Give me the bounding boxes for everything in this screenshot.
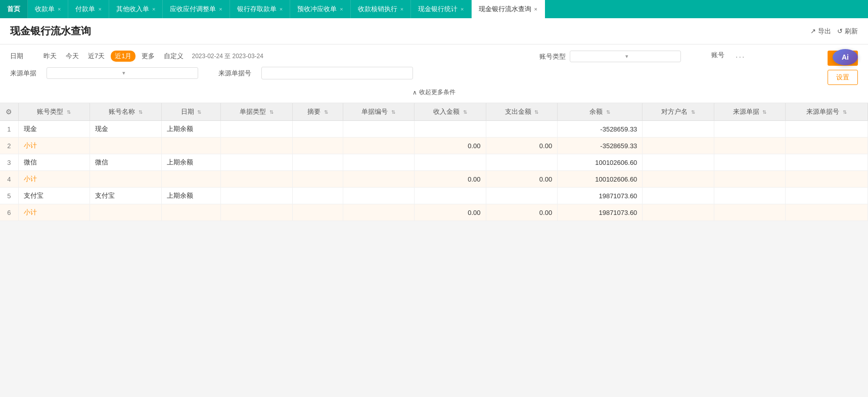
date-option-yesterday[interactable]: 昨天 (40, 51, 60, 62)
nav-label-flow-query: 现金银行流水查询 (479, 5, 531, 14)
ai-badge-label: Ai (842, 53, 849, 61)
date-option-1month[interactable]: 近1月 (111, 51, 135, 62)
cell-summary (293, 188, 343, 204)
date-option-7days[interactable]: 近7天 (85, 51, 108, 62)
cell-summary (293, 171, 343, 188)
nav-item-home[interactable]: 首页 (0, 0, 28, 18)
date-option-more[interactable]: 更多 (139, 51, 158, 62)
nav-item-other-income[interactable]: 其他收入单 × (109, 0, 163, 18)
cell-source-doc-no (786, 121, 868, 138)
col-doc-type[interactable]: 单据类型 ⇅ (221, 103, 293, 121)
col-gear[interactable]: ⚙ (0, 103, 18, 121)
cell-account-name (90, 171, 162, 188)
date-option-today[interactable]: 今天 (63, 51, 82, 62)
cell-balance: 100102606.60 (558, 171, 643, 188)
nav-label-prepaid: 预收冲应收单 (297, 5, 337, 14)
col-income-label: 收入金额 (433, 108, 460, 115)
col-account-name[interactable]: 账号名称 ⇅ (90, 103, 162, 121)
nav-item-stats[interactable]: 现金银行统计 × (411, 0, 471, 18)
refresh-icon: ↺ (837, 27, 843, 35)
table-row[interactable]: 3微信微信上期余额100102606.60 (0, 154, 868, 171)
col-date[interactable]: 日期 ⇅ (161, 103, 221, 121)
cell-source-doc-no (786, 154, 868, 171)
col-expense[interactable]: 支出金额 ⇅ (486, 103, 558, 121)
cell-summary (293, 204, 343, 221)
close-icon-bank[interactable]: × (280, 6, 283, 12)
col-date-label: 日期 (181, 108, 194, 115)
col-summary[interactable]: 摘要 ⇅ (293, 103, 343, 121)
table-row[interactable]: 2小计0.000.00-3528659.33 (0, 138, 868, 154)
nav-label-verify: 收款核销执行 (358, 5, 397, 14)
col-balance[interactable]: 余额 ⇅ (558, 103, 643, 121)
table-header-row: ⚙ 账号类型 ⇅ 账号名称 ⇅ 日期 ⇅ 单据类型 ⇅ (0, 103, 868, 121)
header-actions: ↗ 导出 ↺ 刷新 (810, 27, 858, 36)
cell-date: 上期余额 (161, 154, 221, 171)
cell-date (161, 171, 221, 188)
cell-balance: -3528659.33 (558, 138, 643, 154)
col-doc-no[interactable]: 单据编号 ⇅ (343, 103, 415, 121)
cell-balance: 19871073.60 (558, 204, 643, 221)
cell-expense: 0.00 (486, 171, 558, 188)
close-icon-flow-query[interactable]: × (534, 6, 537, 12)
col-source-doc[interactable]: 来源单据 ⇅ (714, 103, 786, 121)
table-row[interactable]: 1现金现金上期余额-3528659.33 (0, 121, 868, 138)
source-doc-arrow-icon: ▾ (122, 70, 194, 76)
nav-item-payment[interactable]: 付款单 × (68, 0, 109, 18)
nav-label-home: 首页 (7, 5, 20, 14)
close-icon-prepaid[interactable]: × (340, 6, 343, 12)
close-icon-adjust[interactable]: × (219, 6, 222, 12)
close-icon-receipt[interactable]: × (58, 6, 61, 12)
table-row[interactable]: 5支付宝支付宝上期余额19871073.60 (0, 188, 868, 204)
account-label: 账号 (711, 51, 732, 60)
nav-item-adjust[interactable]: 应收应付调整单 × (163, 0, 230, 18)
page-title: 现金银行流水查询 (10, 24, 91, 38)
cell-doc-type (221, 171, 293, 188)
col-counterpart[interactable]: 对方户名 ⇅ (643, 103, 714, 121)
col-source-doc-no-label: 来源单据号 (806, 108, 839, 115)
nav-item-prepaid[interactable]: 预收冲应收单 × (290, 0, 350, 18)
cell-source-doc (714, 204, 786, 221)
sort-account-name-icon: ⇅ (139, 109, 143, 115)
col-income[interactable]: 收入金额 ⇅ (415, 103, 486, 121)
nav-item-bank[interactable]: 银行存取款单 × (230, 0, 290, 18)
settings-button[interactable]: 设置 (828, 70, 858, 85)
cell-income (415, 154, 486, 171)
table-row[interactable]: 6小计0.000.0019871073.60 (0, 204, 868, 221)
account-type-arrow-icon: ▾ (625, 53, 676, 60)
close-icon-other-income[interactable]: × (152, 6, 155, 12)
cell-source-doc-no (786, 138, 868, 154)
data-table-container: ⚙ 账号类型 ⇅ 账号名称 ⇅ 日期 ⇅ 单据类型 ⇅ (0, 103, 868, 221)
close-icon-payment[interactable]: × (98, 6, 101, 12)
refresh-button[interactable]: ↺ 刷新 (837, 27, 858, 36)
cell-doc-type (221, 188, 293, 204)
nav-item-receipt[interactable]: 收款单 × (28, 0, 68, 18)
cell-account-name: 微信 (90, 154, 162, 171)
account-type-select[interactable]: ▾ (570, 51, 681, 62)
col-account-type[interactable]: 账号类型 ⇅ (18, 103, 90, 121)
date-option-custom[interactable]: 自定义 (161, 51, 187, 62)
col-source-doc-label: 来源单据 (733, 108, 759, 115)
nav-item-verify[interactable]: 收款核销执行 × (351, 0, 411, 18)
page-header: 现金银行流水查询 ↗ 导出 ↺ 刷新 (0, 18, 868, 45)
table-row[interactable]: 4小计0.000.00100102606.60 (0, 171, 868, 188)
cell-expense: 0.00 (486, 138, 558, 154)
export-button[interactable]: ↗ 导出 (810, 27, 831, 36)
close-icon-stats[interactable]: × (461, 6, 464, 12)
collapse-label: 收起更多条件 (419, 88, 455, 97)
cell-source-doc (714, 154, 786, 171)
source-doc-no-input[interactable] (261, 67, 413, 79)
filter-group-account-type: 账号类型 ▾ (539, 51, 701, 62)
cell-num: 5 (0, 188, 18, 204)
account-dots-button[interactable]: ... (736, 51, 745, 60)
ai-badge[interactable]: Ai (833, 49, 858, 65)
nav-item-flow-query[interactable]: 现金银行流水查询 × (472, 0, 545, 18)
collapse-bar[interactable]: ∧ 收起更多条件 (10, 85, 858, 97)
source-doc-select[interactable]: ▾ (47, 67, 198, 79)
close-icon-verify[interactable]: × (400, 6, 403, 12)
cell-date (161, 138, 221, 154)
cell-balance: -3528659.33 (558, 121, 643, 138)
gear-icon[interactable]: ⚙ (6, 108, 12, 116)
col-source-doc-no[interactable]: 来源单据号 ⇅ (786, 103, 868, 121)
nav-label-receipt: 收款单 (35, 5, 55, 14)
cell-source-doc (714, 138, 786, 154)
